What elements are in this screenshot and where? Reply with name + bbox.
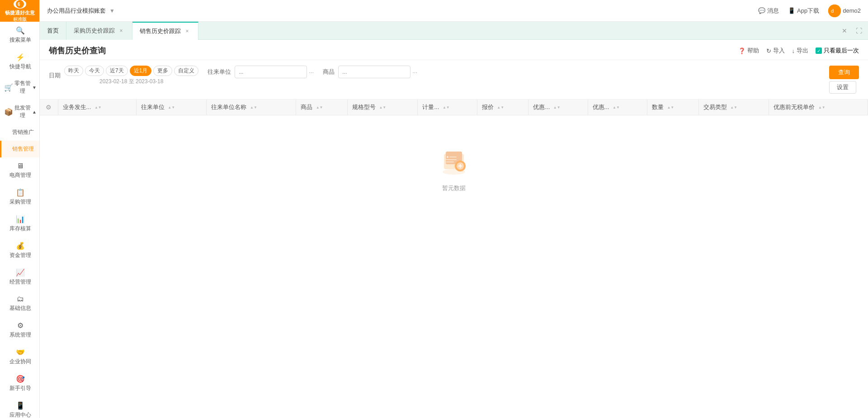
sidebar-item-marketing[interactable]: 营销推广 xyxy=(0,124,39,141)
sidebar-item-search[interactable]: 🔍 搜索菜单 xyxy=(0,22,39,48)
th-quantity[interactable]: 数量 ▲▼ xyxy=(647,100,698,115)
sidebar-item-label: 零售管理 xyxy=(14,80,31,95)
only-last-checkbox[interactable]: ✓ 只看最后一次 xyxy=(816,47,859,55)
tab-home[interactable]: 首页 xyxy=(40,22,66,40)
sidebar-item-label: 采购管理 xyxy=(9,198,31,206)
logo: 6 畅捷通好生意 标准版 xyxy=(0,0,39,22)
filter-bar: 日期 昨天 今天 近7天 近1月 更多 自定义 2023-02-18 至 202… xyxy=(40,60,868,100)
message-button[interactable]: 💬 消息 xyxy=(758,7,779,15)
user-name: demo2 xyxy=(843,7,861,14)
tab-maximize-button[interactable]: ⛶ xyxy=(854,25,864,36)
sidebar-item-wholesale[interactable]: 📦 批发管理 ▲ xyxy=(0,100,39,124)
help-button[interactable]: ❓ 帮助 xyxy=(738,47,759,55)
sort-icon: ▲▼ xyxy=(667,105,674,109)
th-spec[interactable]: 规格型号 ▲▼ xyxy=(347,100,418,115)
tab-purchase[interactable]: 采购历史价跟踪 × xyxy=(66,22,132,40)
sidebar-item-enterprise[interactable]: 🤝 企业协同 xyxy=(0,343,39,370)
sidebar-item-sales-mgmt[interactable]: 销售管理 xyxy=(0,141,39,157)
message-label: 消息 xyxy=(767,7,779,15)
date-btn-today[interactable]: 今天 xyxy=(85,66,104,76)
sidebar-item-label: 营销推广 xyxy=(12,128,34,136)
app-download-button[interactable]: 📱 App下载 xyxy=(788,7,819,15)
user-menu-button[interactable]: d demo2 xyxy=(828,5,861,17)
table-header-row: ⚙ 业务发生... ▲▼ 往来单位 ▲▼ 往来单位名称 ▲▼ xyxy=(40,100,868,115)
sidebar-item-label: 快捷导航 xyxy=(9,63,31,71)
sort-icon: ▲▼ xyxy=(443,105,450,109)
svg-rect-12 xyxy=(449,157,457,157)
sidebar-item-label: 应用中心 xyxy=(9,411,31,418)
product-input[interactable] xyxy=(338,66,410,78)
import-icon: ↻ xyxy=(766,48,771,54)
th-settings[interactable]: ⚙ xyxy=(40,100,58,115)
sidebar-item-newbie[interactable]: 🎯 新手引导 xyxy=(0,370,39,397)
column-settings-icon[interactable]: ⚙ xyxy=(46,104,52,111)
product-filter-group: 商品 ··· xyxy=(323,66,417,78)
settings-button[interactable]: 设置 xyxy=(829,81,856,94)
date-btn-7days[interactable]: 近7天 xyxy=(106,66,128,76)
date-btn-1month[interactable]: 近1月 xyxy=(130,66,152,76)
import-button[interactable]: ↻ 导入 xyxy=(766,47,785,55)
sidebar-item-apps[interactable]: 📱 应用中心 xyxy=(0,397,39,418)
date-btn-custom[interactable]: 自定义 xyxy=(174,66,198,76)
table-container: ⚙ 业务发生... ▲▼ 往来单位 ▲▼ 往来单位名称 ▲▼ xyxy=(40,100,868,418)
trending-icon: 📈 xyxy=(16,268,25,277)
sidebar-item-finance[interactable]: 💰 资金管理 xyxy=(0,237,39,264)
clipboard-icon: 📋 xyxy=(16,188,25,197)
sidebar-item-label: 经营管理 xyxy=(9,278,31,286)
topbar-left: 办公用品行业模拟账套 ▼ xyxy=(47,7,115,15)
chevron-down-icon: ▼ xyxy=(32,85,37,90)
product-more-icon[interactable]: ··· xyxy=(412,69,417,76)
date-filter-group: 日期 昨天 今天 近7天 近1月 更多 自定义 2023-02-18 至 202… xyxy=(49,66,198,86)
sidebar-item-shortcuts[interactable]: ⚡ 快捷导航 xyxy=(0,48,39,75)
logo-subtitle: 标准版 xyxy=(13,16,27,23)
th-trade-type[interactable]: 交易类型 ▲▼ xyxy=(698,100,769,115)
topbar-right: 💬 消息 📱 App下载 d demo2 xyxy=(758,5,861,17)
query-button[interactable]: 查询 xyxy=(829,66,859,79)
th-partner-name[interactable]: 往来单位名称 ▲▼ xyxy=(207,100,296,115)
sidebar-item-purchase-mgmt[interactable]: 📋 采购管理 xyxy=(0,184,39,210)
sidebar-item-operations[interactable]: 📈 经营管理 xyxy=(0,264,39,290)
sidebar-item-label: 系统管理 xyxy=(9,331,31,339)
tab-close-button[interactable]: ✕ xyxy=(839,25,850,36)
svg-rect-14 xyxy=(446,162,454,162)
export-button[interactable]: ↓ 导出 xyxy=(792,47,809,55)
dropdown-icon[interactable]: ▼ xyxy=(109,8,115,14)
date-btn-yesterday[interactable]: 昨天 xyxy=(64,66,83,76)
sidebar-item-retail[interactable]: 🛒 零售管理 ▼ xyxy=(0,75,39,100)
chart-icon: 📊 xyxy=(16,215,25,223)
monitor-icon: 🖥 xyxy=(17,162,24,170)
sidebar-item-inventory[interactable]: 📊 库存核算 xyxy=(0,210,39,237)
gear-icon: ⚙ xyxy=(17,321,24,330)
lightning-icon: ⚡ xyxy=(16,53,25,62)
sidebar-item-basics[interactable]: 🗂 基础信息 xyxy=(0,290,39,317)
th-no-tax-price[interactable]: 优惠前无税单价 ▲▼ xyxy=(769,100,868,115)
sort-icon: ▲▼ xyxy=(168,105,175,109)
sidebar-item-label: 资金管理 xyxy=(9,252,31,259)
page-actions: ❓ 帮助 ↻ 导入 ↓ 导出 ✓ 只看最后一次 xyxy=(738,47,859,55)
date-btn-more[interactable]: 更多 xyxy=(153,66,172,76)
th-discount1[interactable]: 优惠... ▲▼ xyxy=(528,100,588,115)
sidebar-item-ecommerce[interactable]: 🖥 电商管理 xyxy=(0,157,39,184)
sort-icon: ▲▼ xyxy=(553,105,561,109)
product-filter-input: ··· xyxy=(338,66,417,78)
partner-filter-group: 往来单位 ··· xyxy=(208,66,314,78)
tab-purchase-close[interactable]: × xyxy=(118,27,125,34)
th-quote[interactable]: 报价 ▲▼ xyxy=(477,100,528,115)
money-icon: 💰 xyxy=(16,242,25,250)
sort-icon: ▲▼ xyxy=(730,105,737,109)
tab-sales-close[interactable]: × xyxy=(184,28,191,35)
th-partner-code[interactable]: 往来单位 ▲▼ xyxy=(136,100,207,115)
help-icon: ❓ xyxy=(738,48,745,54)
th-biz-date[interactable]: 业务发生... ▲▼ xyxy=(58,100,136,115)
partner-more-icon[interactable]: ··· xyxy=(309,69,314,76)
th-discount2[interactable]: 优惠... ▲▼ xyxy=(588,100,647,115)
th-product[interactable]: 商品 ▲▼ xyxy=(296,100,348,115)
product-filter-label: 商品 xyxy=(323,68,335,76)
target-icon: 🎯 xyxy=(16,375,25,383)
sidebar-item-system[interactable]: ⚙ 系统管理 xyxy=(0,317,39,343)
sort-icon: ▲▼ xyxy=(818,105,826,109)
tab-sales[interactable]: 销售历史价跟踪 × xyxy=(132,22,198,40)
partner-input[interactable] xyxy=(235,66,307,78)
svg-point-11 xyxy=(447,156,448,158)
th-unit[interactable]: 计量... ▲▼ xyxy=(418,100,477,115)
